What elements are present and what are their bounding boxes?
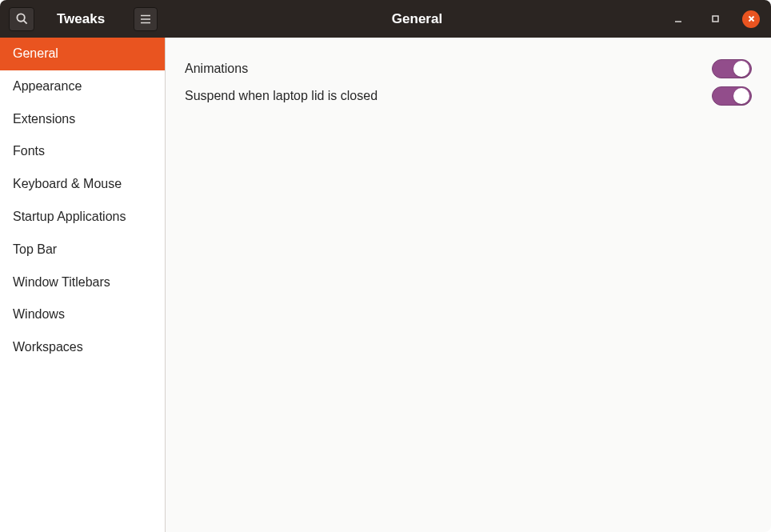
minimize-icon <box>674 15 682 23</box>
app-title: Tweaks <box>57 11 105 27</box>
sidebar-item-label: Keyboard & Mouse <box>13 177 122 190</box>
body-area: GeneralAppearanceExtensionsFontsKeyboard… <box>0 38 771 532</box>
sidebar-item-label: Startup Applications <box>13 210 126 223</box>
sidebar-item-label: Appearance <box>13 79 82 93</box>
hamburger-icon <box>140 14 151 24</box>
window-title: General <box>392 11 442 27</box>
maximize-icon <box>712 15 719 22</box>
sidebar-item-windows[interactable]: Windows <box>0 298 165 331</box>
sidebar-item-label: General <box>13 46 58 60</box>
sidebar-item-workspaces[interactable]: Workspaces <box>0 331 165 364</box>
close-icon <box>748 15 755 22</box>
sidebar-item-label: Extensions <box>13 112 75 126</box>
sidebar-item-fonts[interactable]: Fonts <box>0 135 165 168</box>
setting-row: Animations <box>185 58 752 79</box>
window-controls <box>669 10 771 29</box>
sidebar-item-startup-applications[interactable]: Startup Applications <box>0 201 165 234</box>
sidebar-item-extensions[interactable]: Extensions <box>0 103 165 136</box>
toggle-knob <box>733 88 749 104</box>
search-icon <box>16 13 28 25</box>
svg-line-1 <box>23 21 26 24</box>
setting-label: Animations <box>185 62 248 76</box>
toggle-knob <box>733 61 749 77</box>
maximize-button[interactable] <box>705 10 725 29</box>
close-button[interactable] <box>742 10 760 28</box>
sidebar-item-window-titlebars[interactable]: Window Titlebars <box>0 266 165 299</box>
setting-row: Suspend when laptop lid is closed <box>185 86 752 106</box>
sidebar: GeneralAppearanceExtensionsFontsKeyboard… <box>0 38 166 532</box>
hamburger-menu-button[interactable] <box>134 7 158 31</box>
titlebar: Tweaks General <box>0 0 771 38</box>
sidebar-item-label: Fonts <box>13 144 45 158</box>
search-button[interactable] <box>9 7 34 31</box>
sidebar-item-keyboard-mouse[interactable]: Keyboard & Mouse <box>0 168 165 201</box>
sidebar-item-label: Windows <box>13 307 65 321</box>
svg-point-0 <box>17 14 24 21</box>
sidebar-item-general[interactable]: General <box>0 38 165 70</box>
titlebar-left: Tweaks <box>0 0 166 38</box>
sidebar-item-label: Workspaces <box>13 340 83 354</box>
sidebar-item-top-bar[interactable]: Top Bar <box>0 234 165 266</box>
svg-rect-6 <box>713 16 718 22</box>
content-pane: AnimationsSuspend when laptop lid is clo… <box>166 38 771 532</box>
minimize-button[interactable] <box>669 10 688 29</box>
sidebar-item-label: Top Bar <box>13 242 57 256</box>
titlebar-center: General <box>166 11 669 27</box>
setting-label: Suspend when laptop lid is closed <box>185 89 378 103</box>
sidebar-item-appearance[interactable]: Appearance <box>0 70 165 103</box>
toggle-animations[interactable] <box>712 59 752 78</box>
sidebar-item-label: Window Titlebars <box>13 275 110 289</box>
toggle-suspend-when-laptop-lid-is-closed[interactable] <box>712 86 752 106</box>
